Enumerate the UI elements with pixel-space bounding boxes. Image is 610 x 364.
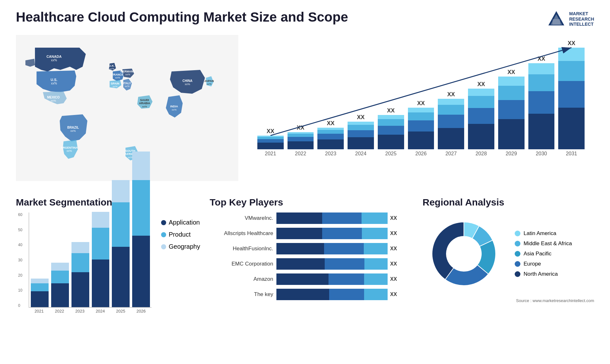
bar-stack	[288, 132, 314, 149]
seg-bar-segment	[51, 283, 69, 307]
page: Healthcare Cloud Computing Market Size a…	[0, 0, 610, 364]
player-value: XX	[390, 261, 397, 267]
reg-dot	[515, 231, 520, 236]
player-row: EMC CorporationXX	[210, 258, 413, 270]
player-row: The keyXX	[210, 289, 413, 300]
bar-group: XX	[288, 125, 314, 149]
player-bar-segment	[362, 228, 388, 239]
bar-value-label: XX	[327, 120, 335, 127]
player-row: Allscripts HealthcareXX	[210, 228, 413, 239]
bar-segment	[438, 105, 464, 115]
bar-year-label: 2026	[408, 151, 434, 157]
page-title: Healthcare Cloud Computing Market Size a…	[16, 10, 348, 25]
player-bar-segment	[329, 289, 364, 300]
seg-dot	[161, 232, 166, 237]
bar-value-label: XX	[478, 81, 485, 88]
seg-bar-segment	[92, 260, 110, 307]
player-bar-stack	[276, 258, 388, 270]
bar-segment	[498, 77, 525, 86]
segmentation-bars: 0102030405060 202120222023202420252026	[16, 212, 152, 313]
bar-segment	[438, 115, 464, 128]
bar-year-label: 2028	[468, 151, 494, 157]
bar-segment	[468, 108, 494, 124]
svg-text:BRAZIL: BRAZIL	[67, 126, 79, 129]
bar-segment	[528, 63, 555, 74]
bar-segment	[288, 137, 314, 141]
seg-bar-segment	[71, 272, 89, 307]
svg-text:xx%: xx%	[142, 105, 147, 108]
player-bar-stack	[276, 273, 388, 285]
player-bar-container: XX	[276, 243, 413, 254]
key-players-section: Top Key Players VMwareInc.XXAllscripts H…	[210, 197, 413, 349]
seg-bar-segment	[51, 263, 69, 271]
svg-text:MEXICO: MEXICO	[47, 96, 60, 99]
seg-legend-label: Product	[169, 231, 191, 238]
bar-segment	[558, 108, 585, 149]
bar-segment	[378, 135, 404, 149]
svg-text:SPAIN: SPAIN	[111, 82, 119, 85]
player-bar-segment	[276, 258, 325, 270]
seg-bar-group	[31, 279, 49, 307]
bar-group: XX	[438, 91, 464, 149]
player-bar-segment	[364, 289, 388, 300]
regional-legend-item: Asia Pacific	[515, 251, 572, 257]
seg-year-label: 2026	[132, 309, 150, 313]
bar-segment	[378, 126, 404, 135]
player-value: XX	[390, 215, 397, 221]
svg-text:xx%: xx%	[125, 85, 129, 88]
player-bar-segment	[362, 212, 388, 224]
bar-value-label: XX	[417, 100, 425, 107]
player-value: XX	[390, 292, 397, 297]
world-map: CANADA xx% U.S. xx% MEXICO xx% BRAZIL xx…	[16, 35, 238, 181]
svg-text:xx%: xx%	[51, 58, 57, 62]
players-list: VMwareInc.XXAllscripts HealthcareXXHealt…	[210, 212, 413, 300]
reg-dot	[515, 261, 520, 267]
svg-text:xx%: xx%	[115, 76, 120, 79]
bar-segment	[348, 122, 374, 125]
bar-segment	[468, 124, 494, 149]
bar-segment	[257, 143, 284, 149]
bar-value-label: XX	[507, 69, 515, 76]
bar-segment	[468, 96, 494, 108]
bar-value-label: XX	[357, 114, 365, 121]
player-value: XX	[390, 246, 397, 252]
bar-segment	[348, 130, 374, 137]
bar-stack	[348, 122, 374, 149]
player-bar-segment	[322, 212, 362, 224]
bar-segment	[498, 86, 525, 100]
seg-year-label: 2024	[92, 309, 109, 313]
reg-legend-label: Latin America	[524, 230, 556, 237]
svg-text:xx%: xx%	[51, 99, 56, 102]
seg-x-labels: 202120222023202420252026	[29, 309, 152, 313]
bar-segment	[257, 137, 284, 139]
source-text: Source : www.marketresearchintellect.com	[423, 298, 594, 303]
seg-bar-segment	[71, 242, 89, 253]
svg-rect-2	[552, 19, 560, 25]
player-bar-container: XX	[276, 258, 413, 270]
bar-group: XX	[498, 69, 525, 149]
seg-bar-segment	[51, 271, 69, 283]
bar-stack	[317, 128, 344, 149]
player-value: XX	[390, 276, 397, 282]
seg-bar-segment	[31, 283, 49, 291]
bar-stack	[528, 63, 555, 149]
bar-segment	[288, 134, 314, 137]
player-row: VMwareInc.XX	[210, 212, 413, 224]
player-value: XX	[390, 231, 397, 236]
seg-legend-label: Application	[169, 219, 200, 226]
segmentation-title: Market Segmentation	[16, 197, 200, 208]
svg-text:CHINA: CHINA	[182, 79, 193, 83]
svg-text:U.S.: U.S.	[51, 78, 57, 82]
seg-bar-group	[112, 180, 130, 307]
bar-year-label: 2027	[438, 151, 464, 157]
svg-text:xx%: xx%	[70, 129, 76, 132]
bar-segment	[468, 89, 494, 96]
player-name: The key	[210, 291, 273, 298]
player-bar-container: XX	[276, 289, 413, 300]
player-name: Amazon	[210, 276, 273, 282]
player-bar-segment	[325, 258, 364, 270]
seg-bar-segment	[92, 212, 110, 228]
seg-bar-group	[51, 263, 69, 307]
bar-year-label: 2024	[348, 151, 374, 157]
bar-stack	[468, 89, 494, 149]
